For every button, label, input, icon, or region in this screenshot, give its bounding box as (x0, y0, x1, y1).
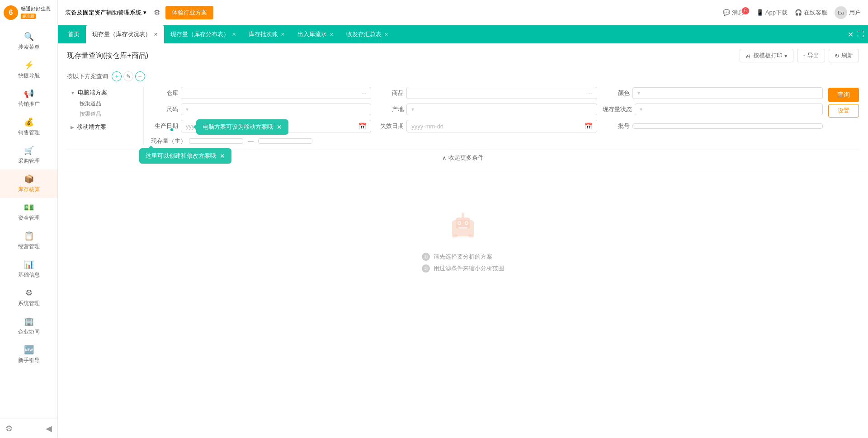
sidebar-item-sales[interactable]: 💰 销售管理 (0, 113, 57, 141)
desktop-scheme-label: 电脑端方案 (78, 89, 107, 97)
inventory-icon: 📦 (24, 174, 34, 184)
print-btn[interactable]: 🖨 按模板打印 ▾ (740, 49, 793, 62)
size-select[interactable]: ▾ (181, 104, 371, 115)
tooltip-create-text: 这里可以创建和修改方案哦 (146, 152, 216, 160)
filter-field-batch: 批号 (603, 122, 823, 130)
desktop-scheme-header[interactable]: ▼ 电脑端方案 (67, 87, 140, 99)
tab-inventory-dist-close[interactable]: ✕ (232, 32, 236, 38)
filter-header-icons: + ✎ ← (112, 71, 145, 81)
collapse-sidebar-icon[interactable]: ◀ (46, 424, 52, 433)
quick-nav-icon: ⚡ (24, 60, 34, 70)
arrow-left-btn[interactable]: ← (135, 71, 145, 81)
svg-point-10 (462, 212, 464, 215)
filter-fields: 仓库 ··· 商品 ··· (151, 87, 823, 145)
sidebar-item-inventory[interactable]: 📦 库存核算 (0, 170, 57, 198)
tab-expand-icon[interactable]: ⛶ (857, 30, 864, 38)
tooltip-create-close[interactable]: ✕ (220, 153, 225, 159)
user-item[interactable]: Ea 用户 (835, 6, 861, 19)
scheme-item-channel[interactable]: 按渠道品 (67, 99, 140, 109)
calendar-icon: 📅 (359, 122, 366, 130)
search-icon: 🔍 (24, 32, 34, 42)
sidebar-item-enterprise[interactable]: 🏢 企业协同 (0, 312, 57, 340)
tooltip-pc-close[interactable]: ✕ (277, 124, 282, 130)
phone-icon: 📱 (756, 9, 764, 16)
user-initials: Ea (838, 10, 844, 15)
origin-select[interactable]: ▾ (406, 104, 597, 115)
trial-btn[interactable]: 体验行业方案 (165, 6, 213, 19)
sidebar-item-system[interactable]: ⚙ 系统管理 (0, 283, 57, 312)
step-2-num: ② (422, 264, 430, 273)
sidebar-item-marketing[interactable]: 📢 营销推广 (0, 84, 57, 113)
tab-bar: 首页 现存量（库存状况表） ✕ 现存量（库存分布表） ✕ 库存批次账 ✕ 出入库… (58, 25, 868, 43)
sidebar-bottom: ⚙ ◀ (0, 419, 57, 438)
sidebar-item-guide[interactable]: 🆕 新手引导 (0, 340, 57, 369)
notification-icon: 💬 (723, 9, 730, 16)
app-download-item[interactable]: 📱 App下载 (756, 9, 788, 17)
tab-collect-summary-close[interactable]: ✕ (384, 32, 388, 38)
set-btn[interactable]: 设置 (828, 104, 859, 118)
sidebar-item-basic[interactable]: 📊 基础信息 (0, 255, 57, 283)
scheme-item-partial[interactable]: 按渠道品 (67, 109, 140, 119)
tooltip-pc-text: 电脑方案可设为移动方案哦 (203, 123, 273, 131)
inventory-qty-to[interactable] (258, 138, 312, 144)
empty-step-1: ① 请先选择要分析的方案 (422, 251, 504, 263)
step-1-num: ① (422, 253, 430, 261)
tab-inout-flow-close[interactable]: ✕ (330, 32, 334, 38)
notification-item[interactable]: 💬 消息 6 (723, 9, 749, 17)
expire-date-input[interactable]: yyyy-mm-dd 📅 (406, 120, 597, 132)
edit-scheme-btn[interactable]: ✎ (123, 71, 133, 81)
filter-field-product: 商品 ··· (377, 87, 597, 99)
online-support-label: 在线客服 (804, 9, 827, 17)
sidebar-item-operation[interactable]: 📋 经营管理 (0, 226, 57, 255)
sidebar-item-quick-nav-label: 快捷导航 (18, 72, 40, 80)
query-buttons: 查询 设置 (828, 87, 859, 145)
desktop-scheme-group: ▼ 电脑端方案 按渠道品 按渠道品 (67, 87, 140, 119)
collapse-label: 收起更多条件 (448, 154, 484, 162)
tab-close-all-icon[interactable]: ✕ (848, 30, 854, 39)
online-support-item[interactable]: 🎧 在线客服 (795, 9, 827, 17)
tab-batch-ledger[interactable]: 库存批次账 ✕ (242, 25, 291, 43)
tab-collect-summary[interactable]: 收发存汇总表 ✕ (340, 25, 395, 43)
sidebar-item-enterprise-label: 企业协同 (18, 328, 40, 336)
tab-batch-ledger-close[interactable]: ✕ (281, 32, 285, 38)
sidebar-item-quick-nav[interactable]: ⚡ 快捷导航 (0, 56, 57, 84)
tab-inout-flow-label: 出入库流水 (297, 30, 327, 38)
query-btn[interactable]: 查询 (828, 88, 859, 102)
warehouse-input[interactable]: ··· (181, 87, 371, 99)
calendar2-icon: 📅 (585, 122, 592, 130)
empty-illustration (445, 207, 481, 244)
origin-label: 产地 (377, 105, 404, 113)
mobile-scheme-header[interactable]: ▶ 移动端方案 (67, 121, 140, 133)
sidebar-item-sales-label: 销售管理 (18, 129, 40, 137)
page-actions: 🖨 按模板打印 ▾ ↑ 导出 ↻ 刷新 (740, 49, 859, 62)
svg-rect-8 (468, 235, 474, 237)
tab-inventory-dist[interactable]: 现存量（库存分布表） ✕ (164, 25, 242, 43)
inventory-qty-from[interactable] (189, 138, 243, 144)
product-input[interactable]: ··· (406, 87, 597, 99)
gear-icon[interactable]: ⚙ (154, 8, 160, 17)
export-btn[interactable]: ↑ 导出 (797, 49, 826, 62)
tab-inventory-status-close[interactable]: ✕ (154, 32, 158, 38)
sidebar-item-basic-label: 基础信息 (18, 271, 40, 279)
tab-home[interactable]: 首页 (61, 25, 86, 43)
add-scheme-btn[interactable]: + (112, 71, 122, 81)
filter-body: ▼ 电脑端方案 按渠道品 按渠道品 ▶ (67, 87, 859, 145)
refresh-icon: ↻ (835, 52, 840, 59)
svg-rect-7 (452, 235, 458, 237)
header-right: 💬 消息 6 📱 App下载 🎧 在线客服 Ea 用户 (723, 6, 861, 19)
tab-collect-summary-label: 收发存汇总表 (346, 30, 382, 38)
sidebar-item-search[interactable]: 🔍 搜索菜单 (0, 27, 57, 56)
filter-label: 按以下方案查询 (67, 72, 108, 80)
refresh-btn[interactable]: ↻ 刷新 (829, 49, 859, 62)
sidebar-item-finance[interactable]: 💵 资金管理 (0, 198, 57, 226)
system-name-dropdown[interactable]: 装备及固定资产辅助管理系统 ▾ (65, 9, 146, 17)
sidebar-item-purchase[interactable]: 🛒 采购管理 (0, 141, 57, 170)
tab-inventory-status[interactable]: 现存量（库存状况表） ✕ (86, 25, 164, 43)
batch-input[interactable] (632, 123, 823, 129)
color-select[interactable]: ▾ (632, 87, 823, 99)
inventory-status-select[interactable]: ▾ (635, 104, 823, 115)
tab-inout-flow[interactable]: 出入库流水 ✕ (291, 25, 340, 43)
tab-batch-ledger-label: 库存批次账 (249, 30, 278, 38)
range-separator: — (246, 138, 255, 145)
settings-bottom-icon[interactable]: ⚙ (5, 424, 13, 433)
